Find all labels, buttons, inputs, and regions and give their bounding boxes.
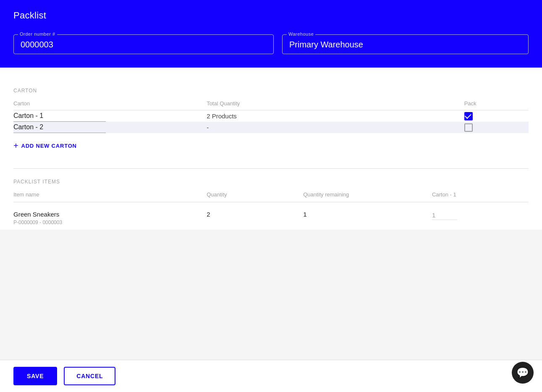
warehouse-field: Warehouse Primary Warehouse xyxy=(282,34,529,54)
header-fields: Order number # 0000003 Warehouse Primary… xyxy=(13,34,529,54)
save-button[interactable]: SAVE xyxy=(13,367,57,385)
order-number-value: 0000003 xyxy=(21,40,267,50)
main-content: CARTON Carton Total Quantity Pack 2 Prod… xyxy=(0,68,542,230)
col-item-name-header: Item name xyxy=(13,191,207,202)
item-code: P-0000009 - 0000003 xyxy=(13,220,207,225)
carton-total-qty: 2 Products xyxy=(207,110,464,122)
page-title: Packlist xyxy=(13,10,529,21)
col-carton-header: Carton xyxy=(13,100,207,110)
pack-checkbox[interactable] xyxy=(464,123,473,132)
footer: SAVE CANCEL xyxy=(0,360,542,392)
carton-name-input[interactable] xyxy=(13,110,106,122)
chat-bubble[interactable]: 💬 xyxy=(512,362,534,384)
item-name: Green Sneakers xyxy=(13,211,207,218)
carton-qty-input[interactable] xyxy=(432,211,457,220)
carton-table-header: Carton Total Quantity Pack xyxy=(13,100,529,110)
carton-section: CARTON Carton Total Quantity Pack 2 Prod… xyxy=(13,79,529,158)
carton-row: - xyxy=(13,122,529,133)
chat-icon: 💬 xyxy=(516,367,529,379)
carton-section-label: CARTON xyxy=(13,88,529,94)
add-carton-row: + ADD NEW CARTON xyxy=(13,133,529,158)
table-row: Green SneakersP-0000009 - 000000321 xyxy=(13,202,529,230)
col-carton-header: Carton - 1 xyxy=(432,191,529,202)
warehouse-label: Warehouse xyxy=(287,31,315,37)
plus-icon: + xyxy=(13,141,18,150)
packlist-items-table: Item name Quantity Quantity remaining Ca… xyxy=(13,191,529,230)
items-table-header: Item name Quantity Quantity remaining Ca… xyxy=(13,191,529,202)
col-total-qty-header: Total Quantity xyxy=(207,100,464,110)
carton-name-input[interactable] xyxy=(13,122,106,133)
add-new-carton-button[interactable]: + ADD NEW CARTON xyxy=(13,141,77,150)
packlist-section-label: PACKLIST ITEMS xyxy=(13,179,529,185)
add-carton-label: ADD NEW CARTON xyxy=(21,143,76,149)
order-number-label: Order number # xyxy=(18,31,57,37)
item-qty-remaining: 1 xyxy=(303,202,432,230)
col-qty-remaining-header: Quantity remaining xyxy=(303,191,432,202)
col-pack-header: Pack xyxy=(464,100,529,110)
carton-row: 2 Products xyxy=(13,110,529,122)
carton-total-qty: - xyxy=(207,122,464,133)
cancel-button[interactable]: CANCEL xyxy=(64,367,115,385)
carton-table: Carton Total Quantity Pack 2 Products- xyxy=(13,100,529,133)
order-number-field: Order number # 0000003 xyxy=(13,34,274,54)
col-quantity-header: Quantity xyxy=(207,191,303,202)
warehouse-value: Primary Warehouse xyxy=(289,40,521,50)
page-header: Packlist Order number # 0000003 Warehous… xyxy=(0,0,542,68)
item-quantity: 2 xyxy=(207,202,303,230)
packlist-items-section: PACKLIST ITEMS Item name Quantity Quanti… xyxy=(13,168,529,230)
pack-checkbox[interactable] xyxy=(464,112,473,120)
